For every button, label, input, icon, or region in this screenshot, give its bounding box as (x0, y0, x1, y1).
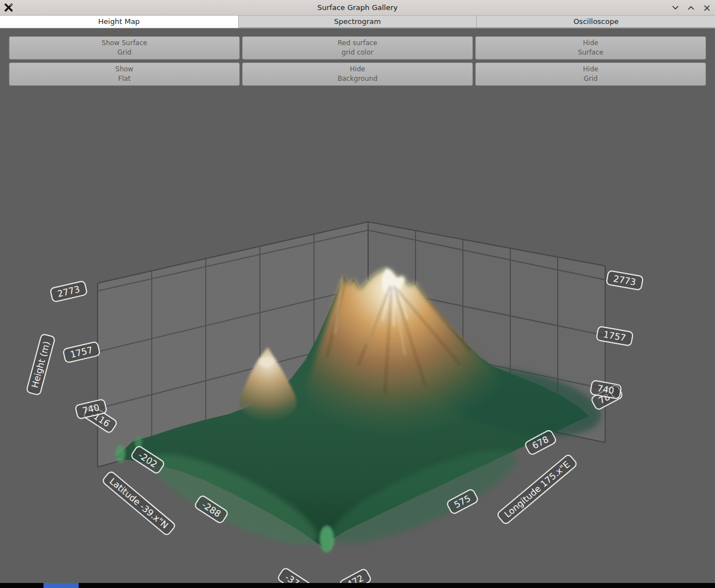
tab-bar: Height Map Spectrogram Oscilloscope (0, 16, 715, 28)
surface-plot-canvas[interactable]: -116 -202 -288 -374 Latitude -39.x"N 781… (0, 28, 715, 583)
button-label: Grid (117, 48, 131, 57)
button-label: Red surface (338, 38, 378, 48)
hide-surface-button[interactable]: Hide Surface (475, 36, 706, 60)
surface-3d-scene (0, 28, 715, 583)
button-label: Surface (578, 48, 603, 57)
button-label: grid color (342, 48, 374, 57)
button-label: Show (115, 65, 133, 74)
window-title: Surface Graph Gallery (0, 3, 715, 12)
application-window: Surface Graph Gallery Height Map Spectro… (0, 0, 715, 588)
button-label: Flat (118, 74, 131, 84)
chevron-down-icon[interactable] (670, 3, 680, 13)
show-flat-button[interactable]: Show Flat (9, 62, 240, 86)
close-icon[interactable] (702, 3, 712, 13)
button-label: Hide (350, 65, 365, 74)
taskbar[interactable] (0, 583, 715, 588)
hide-grid-button[interactable]: Hide Grid (475, 62, 706, 86)
button-label: Background (337, 74, 378, 84)
button-label: Hide (583, 38, 598, 48)
window-controls (670, 0, 712, 16)
height-map-panel: Show Surface Grid Red surface grid color… (0, 28, 715, 583)
title-bar[interactable]: Surface Graph Gallery (0, 0, 715, 16)
chevron-up-icon[interactable] (686, 3, 696, 13)
hide-background-button[interactable]: Hide Background (242, 62, 473, 86)
button-label: Hide (583, 65, 598, 74)
red-surface-grid-color-button[interactable]: Red surface grid color (242, 36, 473, 60)
tab-height-map[interactable]: Height Map (0, 16, 239, 28)
button-label: Grid (583, 74, 597, 84)
tab-oscilloscope[interactable]: Oscilloscope (477, 16, 715, 28)
button-label: Show Surface (102, 38, 147, 48)
control-button-grid: Show Surface Grid Red surface grid color… (9, 36, 706, 86)
tab-spectrogram[interactable]: Spectrogram (239, 16, 477, 28)
show-surface-grid-button[interactable]: Show Surface Grid (9, 36, 240, 60)
taskbar-item[interactable] (44, 583, 79, 588)
